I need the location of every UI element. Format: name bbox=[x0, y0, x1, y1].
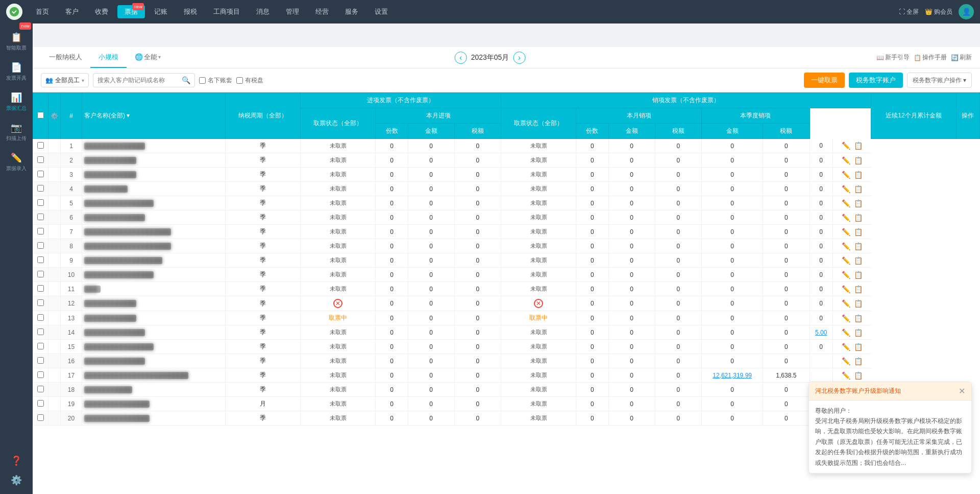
select-all-checkbox[interactable] bbox=[37, 112, 44, 119]
nav-fee[interactable]: 收费 bbox=[88, 5, 115, 18]
nav-business[interactable]: 工商项目 bbox=[206, 5, 247, 18]
nav-invoice[interactable]: 票据 new bbox=[117, 5, 145, 18]
row-checkbox[interactable] bbox=[37, 142, 44, 149]
copy-icon[interactable]: 📋 bbox=[854, 228, 863, 236]
edit-icon[interactable]: ✏️ bbox=[842, 343, 850, 351]
edit-icon[interactable]: ✏️ bbox=[842, 299, 850, 308]
edit-icon[interactable]: ✏️ bbox=[842, 214, 850, 222]
checkbox-account[interactable]: 名下账套 bbox=[199, 76, 232, 85]
row-checkbox[interactable] bbox=[37, 386, 44, 392]
td-output-status: 未取票 bbox=[501, 196, 576, 210]
sidebar-settings-icon[interactable]: ⚙️ bbox=[9, 473, 24, 488]
copy-icon[interactable]: 📋 bbox=[854, 242, 863, 250]
nav-service[interactable]: 服务 bbox=[338, 5, 365, 18]
nav-operation[interactable]: 经营 bbox=[308, 5, 336, 18]
tab-all[interactable]: 🌐 全能 ▾ bbox=[127, 48, 169, 68]
copy-icon[interactable]: 📋 bbox=[854, 156, 863, 164]
row-checkbox[interactable] bbox=[37, 357, 44, 364]
search-input[interactable] bbox=[97, 77, 180, 84]
digital-account-btn[interactable]: 税务数字账户 bbox=[849, 73, 903, 88]
next-month-btn[interactable]: › bbox=[513, 52, 525, 64]
nav-home[interactable]: 首页 bbox=[29, 5, 56, 18]
row-checkbox[interactable] bbox=[37, 371, 44, 378]
member-btn[interactable]: 👑 购会员 bbox=[925, 8, 952, 16]
nav-message[interactable]: 消息 bbox=[249, 5, 277, 18]
copy-icon[interactable]: 📋 bbox=[854, 357, 863, 365]
edit-icon[interactable]: ✏️ bbox=[842, 242, 850, 250]
edit-icon[interactable]: ✏️ bbox=[842, 156, 850, 164]
edit-icon[interactable]: ✏️ bbox=[842, 271, 850, 279]
close-icon[interactable]: ✕ bbox=[959, 386, 965, 396]
copy-icon[interactable]: 📋 bbox=[854, 314, 863, 322]
edit-icon[interactable]: ✏️ bbox=[842, 228, 850, 236]
nav-customer[interactable]: 客户 bbox=[58, 5, 86, 18]
copy-icon[interactable]: 📋 bbox=[854, 256, 863, 265]
fullscreen-btn[interactable]: ⛶ 全屏 bbox=[899, 8, 919, 16]
edit-icon[interactable]: ✏️ bbox=[842, 199, 850, 207]
digital-ops-btn[interactable]: 税务数字账户操作 ▾ bbox=[907, 73, 972, 88]
row-checkbox[interactable] bbox=[37, 256, 44, 263]
refresh-btn[interactable]: 🔄 刷新 bbox=[951, 53, 972, 62]
nav-bookkeeping[interactable]: 记账 bbox=[147, 5, 175, 18]
td-12month: 0 bbox=[810, 253, 832, 268]
nav-manage[interactable]: 管理 bbox=[279, 5, 306, 18]
row-checkbox[interactable] bbox=[37, 271, 44, 277]
row-checkbox[interactable] bbox=[37, 156, 44, 163]
row-checkbox[interactable] bbox=[37, 199, 44, 206]
search-box[interactable]: 🔍 bbox=[93, 73, 195, 87]
employee-select[interactable]: 👥 全部员工 ▾ bbox=[41, 73, 89, 87]
copy-icon[interactable]: 📋 bbox=[854, 214, 863, 222]
copy-icon[interactable]: 📋 bbox=[854, 199, 863, 207]
avatar[interactable]: 👤 bbox=[959, 4, 974, 19]
sidebar-item-issue[interactable]: 📄 发票开具 bbox=[2, 58, 31, 86]
checkbox-taxpad[interactable]: 有税盘 bbox=[236, 76, 263, 85]
sidebar-item-smart-ticket[interactable]: 📋 智能取票 new bbox=[2, 28, 31, 56]
sidebar-item-summary[interactable]: 📊 票据汇总 bbox=[2, 88, 31, 116]
manual-btn[interactable]: 📋 操作手册 bbox=[914, 53, 947, 62]
taxpad-checkbox[interactable] bbox=[236, 77, 243, 84]
copy-icon[interactable]: 📋 bbox=[854, 371, 863, 380]
row-checkbox[interactable] bbox=[37, 343, 44, 349]
nav-tax[interactable]: 报税 bbox=[177, 5, 204, 18]
copy-icon[interactable]: 📋 bbox=[854, 142, 863, 150]
copy-icon[interactable]: 📋 bbox=[854, 185, 863, 193]
account-checkbox[interactable] bbox=[199, 77, 206, 84]
td-input-count: 0 bbox=[376, 168, 408, 182]
copy-icon[interactable]: 📋 bbox=[854, 343, 863, 351]
tab-general[interactable]: 一般纳税人 bbox=[41, 48, 90, 68]
copy-icon[interactable]: 📋 bbox=[854, 299, 863, 308]
nav-settings[interactable]: 设置 bbox=[368, 5, 395, 18]
one-click-ticket-btn[interactable]: 一键取票 bbox=[804, 73, 845, 88]
edit-icon[interactable]: ✏️ bbox=[842, 285, 850, 293]
edit-icon[interactable]: ✏️ bbox=[842, 171, 850, 179]
row-checkbox[interactable] bbox=[37, 242, 44, 249]
edit-icon[interactable]: ✏️ bbox=[842, 142, 850, 150]
edit-icon[interactable]: ✏️ bbox=[842, 328, 850, 337]
edit-icon[interactable]: ✏️ bbox=[842, 256, 850, 265]
sidebar-item-scan[interactable]: 📷 扫描上传 bbox=[2, 118, 31, 146]
row-checkbox[interactable] bbox=[37, 414, 44, 421]
copy-icon[interactable]: 📋 bbox=[854, 271, 863, 279]
edit-icon[interactable]: ✏️ bbox=[842, 371, 850, 380]
row-checkbox[interactable] bbox=[37, 285, 44, 292]
sidebar-item-entry[interactable]: ✏️ 票据录入 bbox=[2, 148, 31, 176]
row-checkbox[interactable] bbox=[37, 299, 44, 306]
copy-icon[interactable]: 📋 bbox=[854, 328, 863, 337]
copy-icon[interactable]: 📋 bbox=[854, 285, 863, 293]
edit-icon[interactable]: ✏️ bbox=[842, 357, 850, 365]
row-checkbox[interactable] bbox=[37, 400, 44, 407]
tab-small[interactable]: 小规模 bbox=[90, 48, 127, 68]
search-icon[interactable]: 🔍 bbox=[182, 76, 190, 84]
guide-btn[interactable]: 📖 新手引导 bbox=[876, 53, 910, 62]
sidebar-help-icon[interactable]: ❓ bbox=[9, 453, 24, 468]
row-checkbox[interactable] bbox=[37, 228, 44, 234]
copy-icon[interactable]: 📋 bbox=[854, 171, 863, 179]
prev-month-btn[interactable]: ‹ bbox=[455, 52, 467, 64]
row-checkbox[interactable] bbox=[37, 171, 44, 177]
row-checkbox[interactable] bbox=[37, 185, 44, 192]
edit-icon[interactable]: ✏️ bbox=[842, 185, 850, 193]
row-checkbox[interactable] bbox=[37, 314, 44, 321]
edit-icon[interactable]: ✏️ bbox=[842, 314, 850, 322]
row-checkbox[interactable] bbox=[37, 214, 44, 220]
row-checkbox[interactable] bbox=[37, 328, 44, 335]
